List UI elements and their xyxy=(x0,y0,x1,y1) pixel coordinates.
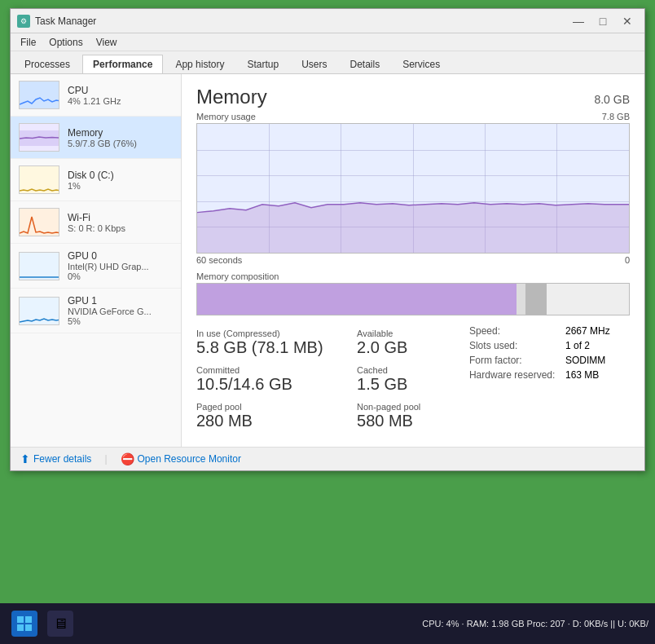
footer: ⬆ Fewer details | ⛔ Open Resource Monito… xyxy=(11,447,644,470)
memory-thumb xyxy=(19,123,59,152)
cpu-sub: 4% 1.21 GHz xyxy=(68,96,173,106)
form-label: Form factor: xyxy=(469,355,559,366)
task-manager-window: ⚙ Task Manager — □ ✕ File Options View P… xyxy=(10,8,645,471)
cpu-name: CPU xyxy=(68,85,173,96)
composition-section: Memory composition xyxy=(196,271,630,315)
svg-rect-5 xyxy=(20,253,59,280)
maximize-button[interactable]: □ xyxy=(592,13,613,29)
tab-startup[interactable]: Startup xyxy=(236,55,289,73)
stats-left: In use (Compressed) 5.8 GB (78.1 MB) Com… xyxy=(196,325,357,435)
gpu1-sub2: NVIDIA GeForce G... xyxy=(68,307,173,316)
app-taskbar-icon: 🖥 xyxy=(47,611,73,637)
stat-committed-value: 10.5/14.6 GB xyxy=(196,375,357,394)
main-content: CPU 4% 1.21 GHz Memory 5.9/7.8 GB (76%) xyxy=(11,74,644,447)
taskbar-sysinfo: CPU: 4% · RAM: 1.98 GB Proc: 207 · D: 0K… xyxy=(422,617,648,631)
open-resource-monitor-button[interactable]: ⛔ Open Resource Monitor xyxy=(121,452,241,465)
svg-rect-0 xyxy=(20,82,59,109)
disk-info: Disk 0 (C:) 1% xyxy=(68,170,173,191)
memory-info: Memory 5.9/7.8 GB (76%) xyxy=(68,127,173,148)
taskbar: 🖥 CPU: 4% · RAM: 1.98 GB Proc: 207 · D: … xyxy=(0,603,655,644)
tab-performance[interactable]: Performance xyxy=(82,55,163,73)
stats-right: Speed: 2667 MHz Slots used: 1 of 2 Form … xyxy=(469,325,630,435)
taskbar-app-button[interactable]: 🖥 xyxy=(42,607,78,640)
comp-modified xyxy=(517,284,525,315)
fewer-details-button[interactable]: ⬆ Fewer details xyxy=(20,452,91,465)
stat-available: Available 2.0 GB xyxy=(357,325,469,362)
chart-time-end: 0 xyxy=(625,255,630,265)
slots-row: Slots used: 1 of 2 xyxy=(469,340,630,351)
svg-rect-9 xyxy=(25,616,32,623)
chart-label-row: Memory usage 7.8 GB xyxy=(196,112,630,121)
close-button[interactable]: ✕ xyxy=(617,13,638,29)
memory-usage-chart: Memory usage 7.8 GB xyxy=(196,112,630,265)
tab-app-history[interactable]: App history xyxy=(165,55,235,73)
comp-free xyxy=(547,284,629,315)
hw-label: Hardware reserved: xyxy=(469,369,559,381)
monitor-icon: ⛔ xyxy=(121,452,134,465)
chart-usage-label: Memory usage xyxy=(196,112,256,121)
title-bar: ⚙ Task Manager — □ ✕ xyxy=(11,9,644,33)
speed-value: 2667 MHz xyxy=(565,325,610,337)
menu-view[interactable]: View xyxy=(90,35,124,50)
stat-paged-value: 280 MB xyxy=(196,412,357,430)
minimize-button[interactable]: — xyxy=(568,13,589,29)
sidebar-item-cpu[interactable]: CPU 4% 1.21 GHz xyxy=(11,74,181,117)
disk-thumb xyxy=(19,165,59,194)
sidebar-item-gpu1[interactable]: GPU 1 NVIDIA GeForce G... 5% xyxy=(11,289,181,333)
chart-container xyxy=(196,123,630,254)
monitor-label: Open Resource Monitor xyxy=(138,453,241,465)
wifi-name: Wi-Fi xyxy=(68,212,173,223)
sidebar-item-wifi[interactable]: Wi-Fi S: 0 R: 0 Kbps xyxy=(11,201,181,244)
content-header: Memory 8.0 GB xyxy=(196,86,630,108)
chart-peak-label: 7.8 GB xyxy=(602,112,630,121)
tab-services[interactable]: Services xyxy=(392,55,451,73)
sidebar: CPU 4% 1.21 GHz Memory 5.9/7.8 GB (76%) xyxy=(11,74,182,447)
gpu1-thumb xyxy=(19,297,59,325)
hw-value: 163 MB xyxy=(565,369,599,381)
comp-standby xyxy=(525,284,547,315)
gpu0-info: GPU 0 Intel(R) UHD Grap... 0% xyxy=(68,250,173,281)
cpu-info: CPU 4% 1.21 GHz xyxy=(68,85,173,106)
menu-file[interactable]: File xyxy=(14,35,42,50)
window-controls: — □ ✕ xyxy=(568,13,638,29)
menu-options[interactable]: Options xyxy=(42,35,89,50)
gpu0-name: GPU 0 xyxy=(68,250,173,262)
cpu-thumb xyxy=(19,81,59,109)
speed-row: Speed: 2667 MHz xyxy=(469,325,630,337)
stat-paged-label: Paged pool xyxy=(196,402,357,412)
composition-label: Memory composition xyxy=(196,271,630,281)
stat-committed-label: Committed xyxy=(196,365,357,375)
sidebar-item-gpu0[interactable]: GPU 0 Intel(R) UHD Grap... 0% xyxy=(11,244,181,289)
stat-in-use-label: In use (Compressed) xyxy=(196,329,357,338)
footer-divider: | xyxy=(104,453,107,465)
sidebar-item-memory[interactable]: Memory 5.9/7.8 GB (76%) xyxy=(11,117,181,159)
svg-rect-11 xyxy=(25,624,32,631)
tab-users[interactable]: Users xyxy=(291,55,337,73)
form-row: Form factor: SODIMM xyxy=(469,355,630,366)
wifi-sub: S: 0 R: 0 Kbps xyxy=(68,223,173,233)
stat-in-use: In use (Compressed) 5.8 GB (78.1 MB) xyxy=(196,325,357,362)
stat-available-label: Available xyxy=(357,329,469,338)
stat-nonpaged: Non-paged pool 580 MB xyxy=(357,399,469,435)
stat-in-use-value: 5.8 GB (78.1 MB) xyxy=(196,338,357,357)
content-title: Memory xyxy=(196,86,267,108)
start-icon xyxy=(11,611,37,637)
sidebar-item-disk[interactable]: Disk 0 (C:) 1% xyxy=(11,159,181,201)
menu-bar: File Options View xyxy=(11,33,644,51)
taskbar-start-button[interactable] xyxy=(7,607,42,640)
gpu0-sub: 0% xyxy=(68,271,173,281)
composition-bar xyxy=(196,283,630,315)
chart-time-row: 60 seconds 0 xyxy=(196,255,630,265)
gpu1-name: GPU 1 xyxy=(68,295,173,307)
stat-paged: Paged pool 280 MB xyxy=(196,399,357,435)
tab-bar: Processes Performance App history Startu… xyxy=(11,51,644,74)
slots-value: 1 of 2 xyxy=(565,340,590,351)
slots-label: Slots used: xyxy=(469,340,559,351)
gpu1-sub: 5% xyxy=(68,316,173,326)
tab-processes[interactable]: Processes xyxy=(14,55,81,73)
fewer-details-label: Fewer details xyxy=(33,453,91,465)
stats-area: In use (Compressed) 5.8 GB (78.1 MB) Com… xyxy=(196,325,630,435)
tab-details[interactable]: Details xyxy=(339,55,390,73)
chart-time-start: 60 seconds xyxy=(196,255,242,265)
stats-middle: Available 2.0 GB Cached 1.5 GB Non-paged… xyxy=(357,325,469,435)
